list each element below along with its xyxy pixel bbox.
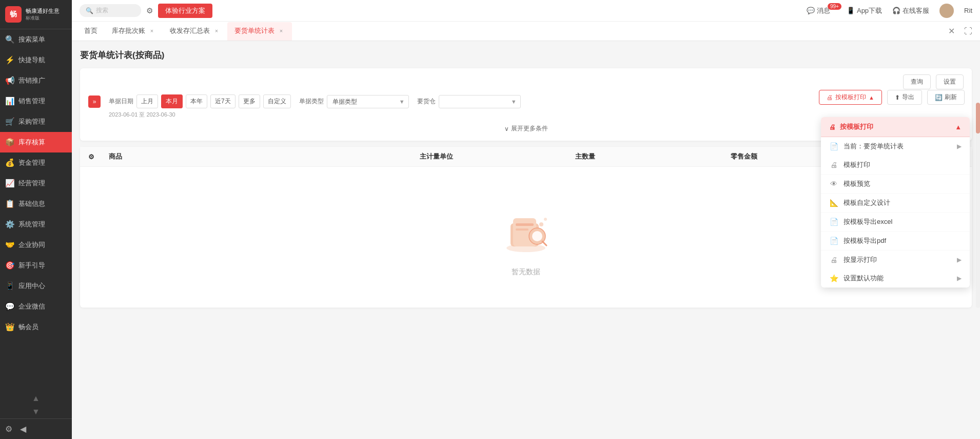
display-print-icon: 🖨: [829, 256, 838, 264]
basic-icon: 📋: [5, 199, 14, 208]
search-nav-icon: 🔍: [5, 35, 14, 44]
message-badge: 99+: [828, 3, 841, 10]
sidebar-scroll-down[interactable]: ▼: [0, 405, 72, 418]
current-template-arrow: ▶: [957, 143, 962, 150]
gear-col-icon[interactable]: ⚙: [88, 153, 94, 161]
sidebar-item-label: 系统管理: [18, 220, 45, 229]
settings-icon[interactable]: ⚙: [5, 424, 12, 434]
display-print-submenu[interactable]: 🖨 按显示打印 ▶: [821, 251, 970, 269]
settings-btn[interactable]: 设置: [936, 74, 964, 89]
tab-batch-accounts[interactable]: 库存批次账 ×: [105, 22, 163, 41]
svg-point-8: [539, 222, 543, 226]
sidebar: 畅 畅康通好生意 标准版 🔍 搜索菜单 ⚡ 快捷导航 📢 营销推广 📊 销售管理…: [0, 0, 72, 439]
svg-point-6: [532, 231, 542, 241]
sidebar-item-purchase[interactable]: 🛒 采购管理: [0, 111, 72, 132]
sidebar-item-quick-nav[interactable]: ⚡ 快捷导航: [0, 50, 72, 70]
goods-select[interactable]: [439, 95, 521, 108]
topbar-search[interactable]: 🔍 搜索: [80, 4, 141, 17]
sidebar-item-sales[interactable]: 📊 销售管理: [0, 91, 72, 111]
template-design-icon: 📐: [829, 199, 838, 207]
template-preview-label: 模板预览: [844, 179, 870, 188]
tab-home[interactable]: 首页: [77, 22, 105, 41]
sidebar-item-wechat[interactable]: 💬 企业微信: [0, 296, 72, 317]
date-btn-custom[interactable]: 自定义: [263, 94, 291, 108]
sidebar-item-search[interactable]: 🔍 搜索菜单: [0, 29, 72, 50]
tab-home-label: 首页: [84, 26, 97, 35]
app-download-btn[interactable]: 📱 App下载: [847, 6, 882, 15]
sidebar-item-system[interactable]: ⚙️ 系统管理: [0, 214, 72, 235]
filter-expand-btn[interactable]: »: [88, 96, 101, 108]
query-btn[interactable]: 查询: [903, 74, 931, 89]
main-content: 🔍 搜索 ⚙ 体验行业方案 💬 消息 99+ 📱 App下载 🎧 在线客服 Ri…: [72, 0, 980, 439]
refresh-btn-toolbar[interactable]: 🔄 刷新: [927, 90, 965, 105]
online-service-btn[interactable]: 🎧 在线客服: [892, 6, 929, 15]
current-template-item[interactable]: 📄 当前：要货单统计表 ▶: [821, 137, 970, 156]
dropdown-arrow-icon[interactable]: ▲: [955, 123, 962, 131]
col-checkbox: ⚙: [88, 153, 109, 161]
sidebar-item-label: 企业协同: [18, 240, 45, 250]
doc-type-select-wrap: 单据类型 ▼: [327, 95, 409, 108]
dropdown-title: 按模板打印: [840, 122, 873, 131]
logo-area: 畅 畅康通好生意 标准版: [0, 0, 72, 29]
export-pdf-icon: 📄: [829, 237, 838, 245]
svg-line-7: [542, 241, 546, 245]
template-preview-item[interactable]: 👁 模板预览: [821, 175, 970, 194]
avatar[interactable]: [939, 4, 954, 18]
sidebar-item-label: 畅会员: [18, 322, 38, 332]
tab-receipt-summary[interactable]: 收发存汇总表 ×: [163, 22, 227, 41]
online-service-label: 在线客服: [903, 6, 929, 15]
sidebar-item-guide[interactable]: 🎯 新手引导: [0, 255, 72, 276]
sidebar-item-appstore[interactable]: 📱 应用中心: [0, 276, 72, 296]
template-design-item[interactable]: 📐 模板自定义设计: [821, 194, 970, 213]
template-print-item[interactable]: 🖨 模板打印: [821, 156, 970, 175]
window-close-btn[interactable]: ✕: [946, 25, 957, 37]
sidebar-item-basic[interactable]: 📋 基础信息: [0, 194, 72, 214]
app-download-label: App下载: [857, 6, 882, 15]
empty-text: 暂无数据: [512, 268, 540, 277]
tab-close-order-stats[interactable]: ×: [278, 27, 285, 34]
page-area: 要货单统计表(按商品) 查询 查询 设置 » 单据日期 上月 本月 本年 近7天…: [72, 41, 980, 439]
refresh-toolbar-icon: 🔄: [935, 94, 943, 101]
sidebar-item-operation[interactable]: 📈 经营管理: [0, 173, 72, 194]
sidebar-item-collab[interactable]: 🤝 企业协同: [0, 235, 72, 255]
gear-icon[interactable]: ⚙: [146, 6, 153, 15]
current-template-icon: 📄: [829, 142, 838, 150]
message-btn[interactable]: 💬 消息 99+: [807, 6, 836, 15]
print-btn-toolbar[interactable]: 🖨 按模板打印 ▲: [819, 90, 882, 105]
date-btn-week7[interactable]: 近7天: [210, 94, 236, 108]
page-action-toolbar: 🖨 按模板打印 ▲ ⬆ 导出 🔄 刷新: [819, 90, 965, 105]
export-excel-item[interactable]: 📄 按模板导出excel: [821, 213, 970, 232]
collab-icon: 🤝: [5, 240, 14, 250]
tab-batch-accounts-label: 库存批次账: [112, 26, 145, 35]
doc-type-select[interactable]: 单据类型: [327, 95, 409, 108]
expand-more-btn[interactable]: ∨ 展开更多条件: [499, 123, 553, 135]
tab-close-receipt[interactable]: ×: [213, 27, 220, 34]
right-scrollbar[interactable]: [976, 103, 980, 308]
tabs-controls: ✕ ⛶: [946, 25, 975, 37]
sidebar-item-finance[interactable]: 💰 资金管理: [0, 152, 72, 173]
sidebar-item-member[interactable]: 👑 畅会员: [0, 317, 72, 337]
sidebar-item-inventory[interactable]: 📦 库存核算: [0, 132, 72, 152]
set-default-submenu[interactable]: ⭐ 设置默认功能 ▶: [821, 269, 970, 288]
date-btn-prev[interactable]: 上月: [136, 94, 158, 108]
sidebar-scroll-up[interactable]: ▲: [0, 392, 72, 405]
window-max-btn[interactable]: ⛶: [962, 26, 975, 37]
tab-close-batch[interactable]: ×: [148, 27, 155, 34]
date-filter-group: 单据日期 上月 本月 本年 近7天 更多 自定义: [109, 94, 291, 108]
template-design-label: 模板自定义设计: [844, 198, 890, 207]
date-btn-current[interactable]: 本月: [161, 94, 183, 108]
sidebar-item-marketing[interactable]: 📢 营销推广: [0, 70, 72, 91]
svg-rect-3: [516, 223, 534, 226]
tab-order-stats[interactable]: 要货单统计表 ×: [227, 22, 292, 41]
export-pdf-item[interactable]: 📄 按模板导出pdf: [821, 232, 970, 251]
date-btn-more[interactable]: 更多: [239, 94, 260, 108]
collapse-icon[interactable]: ◀: [20, 424, 26, 434]
export-btn-toolbar[interactable]: ⬆ 导出: [887, 90, 922, 105]
dropdown-header-left: 🖨 按模板打印: [829, 122, 873, 131]
date-btn-year[interactable]: 本年: [186, 94, 207, 108]
goods-label: 要货仓: [417, 97, 436, 106]
display-print-label: 按显示打印: [844, 255, 877, 264]
trial-button[interactable]: 体验行业方案: [158, 4, 212, 18]
date-label: 单据日期: [109, 97, 133, 106]
sidebar-item-label: 企业微信: [18, 302, 45, 311]
